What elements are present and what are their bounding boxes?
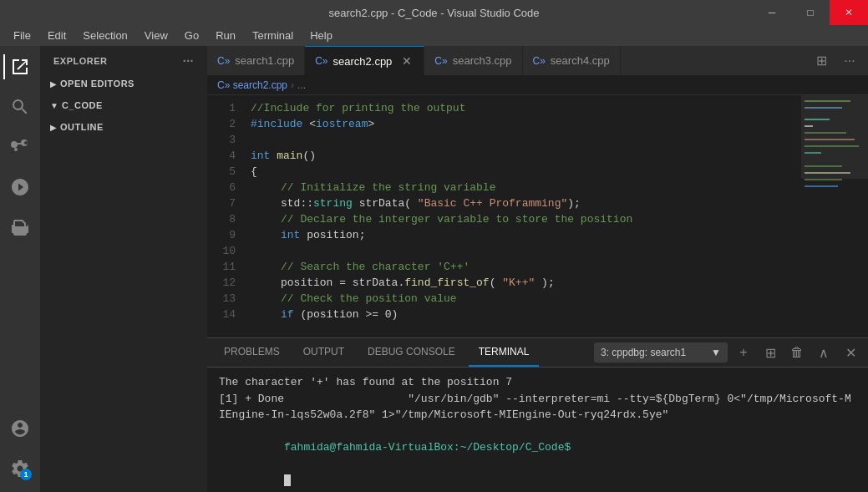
tab-search2-label: search2.cpp — [333, 55, 393, 68]
search-icon[interactable] — [3, 90, 37, 124]
code-line-4: int main() — [251, 148, 794, 164]
code-container: 1 2 3 4 5 6 7 8 9 10 11 12 13 14 //Inclu… — [207, 95, 868, 337]
minimize-button[interactable]: ─ — [753, 0, 791, 25]
line-num-1: 1 — [207, 100, 236, 116]
panel-tab-output[interactable]: OUTPUT — [293, 338, 354, 367]
sidebar-open-editors[interactable]: ▶ OPEN EDITORS — [40, 74, 207, 93]
terminal-max-button[interactable]: ∧ — [813, 342, 835, 363]
line-num-9: 9 — [207, 227, 236, 243]
panel-tab-problems[interactable]: PROBLEMS — [214, 338, 290, 367]
editor-area: C» search1.cpp C» search2.cpp ✕ C» searc… — [207, 46, 868, 492]
tab-search1-icon: C» — [217, 55, 230, 67]
code-line-7: std::string strData( "Basic C++ Proframm… — [251, 195, 794, 211]
run-debug-icon[interactable] — [3, 170, 37, 204]
settings-icon[interactable]: 1 — [3, 452, 37, 485]
menu-run[interactable]: Run — [209, 28, 242, 43]
terminal-cursor-space — [284, 458, 291, 470]
line-num-6: 6 — [207, 180, 236, 195]
menu-file[interactable]: File — [7, 28, 38, 43]
outline-chevron: ▶ — [50, 123, 57, 132]
terminal-kill-button[interactable]: 🗑 — [786, 342, 808, 363]
line-num-13: 13 — [207, 291, 236, 307]
terminal-prompt: fahmida@fahmida-VirtualBox:~/Desktop/C_C… — [284, 441, 571, 454]
tab-search1[interactable]: C» search1.cpp — [207, 46, 305, 75]
c-code-chevron: ▼ — [50, 101, 58, 110]
terminal-instance-selector[interactable]: 3: cppdbg: search1 ▼ — [594, 342, 728, 363]
terminal-dropdown-chevron: ▼ — [711, 347, 721, 358]
line-num-3: 3 — [207, 132, 236, 148]
sidebar-c-code[interactable]: ▼ C_CODE — [40, 96, 207, 114]
code-line-2: #include <iostream> — [251, 116, 794, 132]
code-line-5: { — [251, 164, 794, 180]
outline-label: OUTLINE — [60, 122, 104, 132]
terminal-close-button[interactable]: ✕ — [840, 342, 861, 363]
panel-tab-terminal[interactable]: TERMINAL — [469, 338, 540, 367]
account-icon[interactable] — [3, 412, 37, 445]
minimap — [801, 95, 868, 337]
sidebar-outline[interactable]: ▶ OUTLINE — [40, 118, 207, 136]
line-num-11: 11 — [207, 259, 236, 275]
tab-search3[interactable]: C» search3.cpp — [424, 46, 522, 75]
sidebar-section-c-code: ▼ C_CODE — [40, 94, 207, 116]
tab-search2[interactable]: C» search2.cpp ✕ — [305, 46, 424, 75]
extensions-icon[interactable] — [3, 210, 37, 244]
window-title: search2.cpp - C_Code - Visual Studio Cod… — [329, 7, 540, 19]
line-num-5: 5 — [207, 164, 236, 180]
tab-search1-label: search1.cpp — [235, 54, 294, 67]
breadcrumb-sep: › — [291, 79, 294, 91]
tab-search3-icon: C» — [434, 55, 447, 67]
line-num-8: 8 — [207, 211, 236, 227]
line-num-10: 10 — [207, 243, 236, 259]
breadcrumb-file: C» search2.cpp — [217, 79, 287, 91]
source-control-icon[interactable] — [3, 130, 37, 164]
tab-search4-label: search4.cpp — [551, 54, 610, 67]
sidebar-header: EXPLORER ··· — [40, 46, 207, 73]
split-editor-button[interactable]: ⊞ — [810, 49, 833, 73]
svg-rect-12 — [805, 185, 838, 187]
window-controls: ─ □ ✕ — [753, 0, 868, 25]
terminal-new-button[interactable]: + — [733, 342, 754, 363]
menu-terminal[interactable]: Terminal — [246, 28, 300, 43]
code-line-6: // Initialize the string variable — [251, 180, 794, 195]
tab-search4[interactable]: C» search4.cpp — [523, 46, 621, 75]
terminal-line-1: The character '+' has found at the posit… — [219, 374, 856, 391]
tab-search4-icon: C» — [533, 55, 546, 67]
open-editors-chevron: ▶ — [50, 79, 57, 89]
line-num-14: 14 — [207, 307, 236, 322]
tab-search2-icon: C» — [315, 55, 327, 67]
tabs-right-actions: ⊞ ··· — [810, 46, 868, 75]
terminal-cursor — [284, 474, 291, 486]
svg-rect-11 — [805, 179, 842, 180]
more-actions-button[interactable]: ··· — [838, 49, 861, 73]
sidebar-section-outline: ▶ OUTLINE — [40, 116, 207, 138]
code-line-13: // Check the position value — [251, 291, 794, 307]
panel-tab-debug-console[interactable]: DEBUG CONSOLE — [358, 338, 465, 367]
line-num-12: 12 — [207, 275, 236, 291]
c-code-label: C_CODE — [62, 100, 103, 110]
terminal-split-button[interactable]: ⊞ — [759, 342, 781, 363]
menu-bar: File Edit Selection View Go Run Terminal… — [0, 25, 868, 46]
menu-selection[interactable]: Selection — [76, 28, 134, 43]
panel-tabs: PROBLEMS OUTPUT DEBUG CONSOLE TERMINAL 3… — [207, 338, 868, 368]
explorer-icon[interactable] — [3, 50, 37, 84]
terminal-content[interactable]: The character '+' has found at the posit… — [207, 368, 868, 492]
line-numbers: 1 2 3 4 5 6 7 8 9 10 11 12 13 14 — [207, 95, 244, 337]
menu-view[interactable]: View — [138, 28, 175, 43]
line-num-7: 7 — [207, 195, 236, 211]
close-button[interactable]: ✕ — [830, 0, 868, 25]
code-line-8: // Declare the interger variable to stor… — [251, 211, 794, 227]
menu-edit[interactable]: Edit — [41, 28, 73, 43]
code-line-10 — [251, 243, 794, 259]
maximize-button[interactable]: □ — [791, 0, 830, 25]
menu-go[interactable]: Go — [178, 28, 206, 43]
code-line-11: // Search the character 'C++' — [251, 259, 794, 275]
panel: PROBLEMS OUTPUT DEBUG CONSOLE TERMINAL 3… — [207, 337, 868, 492]
explorer-menu-button[interactable]: ··· — [183, 54, 194, 68]
terminal-line-2: [1] + Done "/usr/bin/gdb" --interpreter=… — [219, 391, 856, 424]
open-editors-label: OPEN EDITORS — [60, 79, 135, 89]
minimap-svg — [801, 95, 868, 329]
menu-help[interactable]: Help — [303, 28, 339, 43]
code-line-12: position = strData.find_first_of( "K++" … — [251, 275, 794, 291]
tab-search2-close[interactable]: ✕ — [400, 54, 414, 68]
code-editor[interactable]: //Include for printing the output #inclu… — [244, 95, 801, 337]
